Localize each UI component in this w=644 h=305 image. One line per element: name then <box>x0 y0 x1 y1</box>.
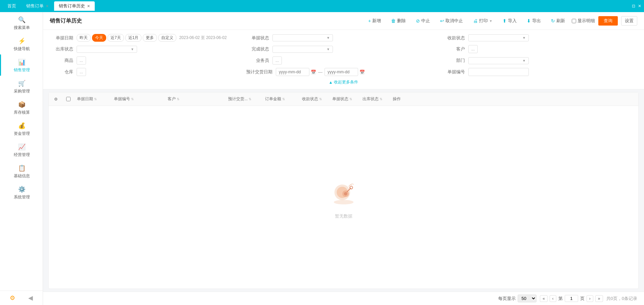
first-page-button[interactable]: « <box>540 295 548 302</box>
date-btn-custom[interactable]: 自定义 <box>158 34 176 42</box>
date-btn-more[interactable]: 更多 <box>143 34 157 42</box>
voucher-no-input[interactable] <box>468 68 529 76</box>
th-order-status[interactable]: 单据状态 ⇅ <box>330 96 360 102</box>
th-action: 操作 <box>390 96 636 102</box>
sidebar-item-inventory-label: 库存核算 <box>14 110 30 115</box>
th-no[interactable]: 单据编号 ⇅ <box>111 96 165 102</box>
delete-icon: 🗑 <box>391 18 396 24</box>
total-info: 共0页，0条记录 <box>606 296 637 302</box>
show-detail-checkbox-label[interactable]: 显示明细 <box>572 18 595 24</box>
sidebar-item-system-mgmt[interactable]: ⚙️ 系统管理 <box>0 182 43 203</box>
delivery-date-end[interactable] <box>325 68 358 76</box>
svg-point-4 <box>344 192 347 195</box>
show-detail-checkbox[interactable] <box>572 19 576 23</box>
th-no-label: 单据编号 <box>114 96 130 102</box>
th-out-status-label: 出库状态 <box>362 96 379 102</box>
sidebar-item-system-mgmt-label: 系统管理 <box>14 194 30 200</box>
complete-status-control: ▼ <box>272 46 441 53</box>
date-btn-1month[interactable]: 近1月 <box>125 34 142 42</box>
sidebar-item-inventory[interactable]: 📦 库存核算 <box>0 97 43 118</box>
export-button[interactable]: ⬇ 导出 <box>523 16 544 25</box>
th-action-label: 操作 <box>393 96 401 102</box>
complete-status-select[interactable]: ▼ <box>272 46 333 53</box>
customer-label: 客户 <box>441 46 468 52</box>
receipt-status-label: 收款状态 <box>441 35 468 41</box>
delivery-date-label: 预计交货日期 <box>246 69 276 75</box>
goods-ellipsis-btn[interactable]: ... <box>77 56 86 65</box>
filter-cell-warehouse: 仓库 ... <box>50 68 246 76</box>
settings-button[interactable]: 设置 <box>621 16 637 26</box>
tab-sales-order-close[interactable]: ✕ <box>46 4 49 8</box>
tab-home[interactable]: 首页 <box>3 1 21 11</box>
filter-cell-delivery-date: 预计交货日期 📅 — 📅 <box>246 68 441 76</box>
tab-sales-order-history[interactable]: 销售订单历史 ✕ <box>54 1 95 11</box>
th-amount[interactable]: 订单金额 ⇅ <box>262 96 299 102</box>
sidebar-item-basic-info[interactable]: 📋 基础信息 <box>0 160 43 182</box>
sidebar-collapse-icon[interactable]: ◀ <box>28 294 33 302</box>
voucher-date-control: 昨天 今天 近7天 近1月 更多 自定义 2023-06-02 至 2023-0… <box>77 34 246 42</box>
new-button[interactable]: + 新增 <box>365 16 384 25</box>
search-menu-icon: 🔍 <box>18 16 26 24</box>
sidebar-item-search-menu[interactable]: 🔍 搜索菜单 <box>0 12 43 33</box>
out-status-label: 出库状态 <box>50 46 77 52</box>
sidebar-item-operation[interactable]: 📈 经营管理 <box>0 139 43 160</box>
th-out-status[interactable]: 出库状态 ⇅ <box>360 96 390 102</box>
th-customer[interactable]: 客户 ⇅ <box>165 96 225 102</box>
delete-button[interactable]: 🗑 删除 <box>388 16 409 25</box>
receipt-status-select[interactable]: ▼ <box>468 34 529 41</box>
collapse-more-conditions[interactable]: ▲ 收起更多条件 <box>50 79 637 85</box>
filter-cell-complete-status: 完成状态 ▼ <box>246 46 441 53</box>
prev-page-button[interactable]: ‹ <box>550 295 556 302</box>
sidebar-item-quick-nav[interactable]: ⚡ 快捷导航 <box>0 33 43 54</box>
warehouse-ellipsis-btn[interactable]: ... <box>77 68 86 76</box>
delivery-date-start[interactable] <box>276 68 309 76</box>
sidebar-item-sales-mgmt[interactable]: 📊 销售管理 <box>0 54 43 76</box>
print-button[interactable]: 🖨 打印 ▼ <box>470 16 496 25</box>
import-button[interactable]: ⬆ 导入 <box>499 16 520 25</box>
date-btn-today[interactable]: 今天 <box>92 34 106 42</box>
select-all-checkbox[interactable] <box>66 97 71 101</box>
complete-status-label: 完成状态 <box>246 46 272 52</box>
out-status-select[interactable]: ▼ <box>77 46 137 53</box>
salesman-ellipsis-btn[interactable]: ... <box>272 56 282 65</box>
sidebar-item-purchase-mgmt[interactable]: 🛒 采购管理 <box>0 76 43 97</box>
th-order-status-sort-icon: ⇅ <box>349 97 352 101</box>
department-select[interactable]: ▼ <box>468 57 529 64</box>
sidebar-item-sales-mgmt-label: 销售管理 <box>14 67 30 73</box>
next-page-button[interactable]: › <box>587 295 593 302</box>
date-btn-7days[interactable]: 近7天 <box>108 34 124 42</box>
print-arrow-icon: ▼ <box>489 19 492 23</box>
customer-ellipsis-btn[interactable]: ... <box>468 45 478 53</box>
th-settings[interactable]: ⚙ <box>51 97 63 102</box>
filter-cell-customer: 客户 ... <box>441 45 637 53</box>
query-button[interactable]: 查询 <box>598 16 618 26</box>
th-customer-label: 客户 <box>168 96 176 102</box>
salesman-label: 业务员 <box>246 58 272 64</box>
delivery-date-end-calendar-icon[interactable]: 📅 <box>359 70 365 75</box>
finance-icon: 💰 <box>18 122 26 129</box>
empty-illustration <box>327 176 360 209</box>
last-page-button[interactable]: » <box>595 295 603 302</box>
tab-sales-order-history-close[interactable]: ✕ <box>87 4 90 8</box>
new-icon: + <box>368 18 371 24</box>
cancel-stop-button[interactable]: ↩ 取消中止 <box>437 16 466 25</box>
th-customer-sort-icon: ⇅ <box>177 97 179 101</box>
window-restore-icon[interactable]: ⊡ <box>632 4 635 8</box>
th-delivery[interactable]: 预计交货... ⇅ <box>225 96 262 102</box>
date-btn-yesterday[interactable]: 昨天 <box>77 34 91 42</box>
order-status-select[interactable]: ▼ <box>272 34 333 41</box>
per-page-select[interactable]: 20 50 100 <box>518 295 536 302</box>
tab-sales-order[interactable]: 销售订单 ✕ <box>22 1 53 11</box>
window-close-icon[interactable]: ✕ <box>638 4 641 8</box>
th-date[interactable]: 单据日期 ⇅ <box>74 96 111 102</box>
th-pay-status[interactable]: 收款状态 ⇅ <box>299 96 330 102</box>
sidebar-item-finance[interactable]: 💰 资金管理 <box>0 118 43 139</box>
refresh-button[interactable]: ↻ 刷新 <box>548 16 568 25</box>
current-page-input[interactable] <box>565 295 578 302</box>
table-body: 暂无数据 <box>49 106 638 289</box>
salesman-control: ... <box>272 56 441 65</box>
sidebar-settings-icon[interactable]: ⚙ <box>10 294 15 302</box>
delivery-date-start-calendar-icon[interactable]: 📅 <box>311 70 316 75</box>
per-page-label: 每页显示 <box>498 296 516 302</box>
stop-button[interactable]: ⊘ 中止 <box>413 16 433 25</box>
